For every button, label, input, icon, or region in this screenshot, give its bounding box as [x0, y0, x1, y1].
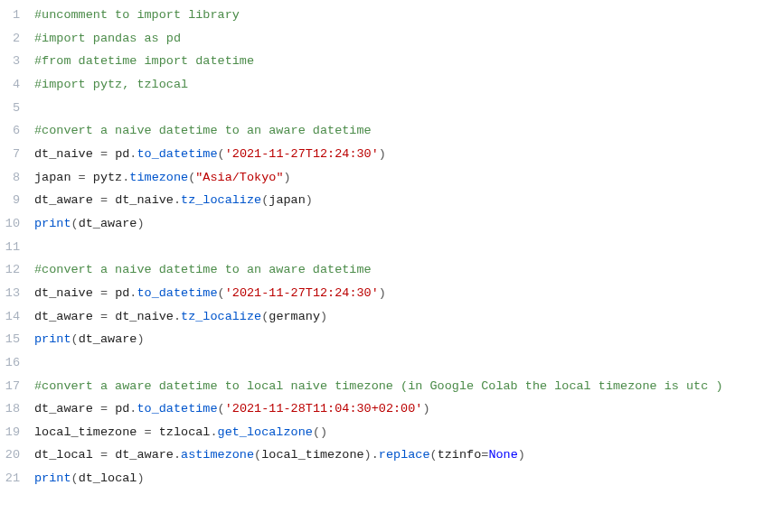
code-content[interactable]: dt_aware = dt_naive.tz_localize(japan) [34, 189, 782, 212]
token: ) [422, 402, 429, 415]
token: dt_naive [108, 193, 174, 207]
token: . [372, 448, 379, 462]
code-content[interactable]: print(dt_aware) [34, 328, 782, 351]
token: ) [379, 286, 386, 300]
token: local_timezone [261, 448, 363, 462]
token: dt_naive [34, 147, 100, 161]
token: = [100, 147, 108, 161]
code-content[interactable]: #import pytz, tzlocal [34, 73, 782, 97]
code-line[interactable]: 15print(dt_aware) [0, 328, 782, 351]
code-content[interactable]: #convert a aware datetime to local naive… [34, 375, 782, 398]
code-content[interactable]: dt_naive = pd.to_datetime('2021-11-27T12… [34, 143, 782, 166]
token: None [488, 448, 517, 462]
code-content[interactable]: dt_aware = dt_naive.tz_localize(germany) [34, 305, 782, 329]
line-number: 6 [0, 119, 34, 143]
code-line[interactable]: 16 [0, 351, 782, 375]
code-line[interactable]: 5 [0, 97, 782, 120]
code-content[interactable]: #import pandas as pd [34, 27, 782, 51]
token: #from datetime import datetime [34, 54, 254, 68]
token: to_datetime [137, 147, 217, 161]
code-line[interactable]: 21print(dt_local) [0, 467, 782, 490]
token: ) [283, 171, 290, 184]
token: astimezone [181, 448, 254, 462]
line-number: 8 [0, 166, 34, 190]
code-content[interactable]: dt_aware = pd.to_datetime('2021-11-28T11… [34, 397, 782, 421]
token: print [34, 217, 71, 230]
code-line[interactable]: 17#convert a aware datetime to local nai… [0, 375, 782, 398]
token: dt_naive [108, 310, 174, 323]
token: get_localzone [218, 425, 313, 439]
line-number: 2 [0, 27, 34, 51]
code-content[interactable]: print(dt_aware) [34, 212, 782, 236]
token: print [34, 471, 71, 485]
code-content[interactable]: #from datetime import datetime [34, 50, 782, 73]
token: ) [364, 448, 372, 462]
token: ) [306, 193, 313, 207]
token: dt_aware [34, 402, 100, 415]
token: dt_aware [34, 193, 100, 207]
token: ( [218, 147, 225, 161]
token: pd [108, 286, 129, 300]
token: ( [71, 217, 79, 230]
code-line[interactable]: 13dt_naive = pd.to_datetime('2021-11-27T… [0, 282, 782, 305]
token: '2021-11-27T12:24:30' [225, 147, 379, 161]
code-line[interactable]: 7dt_naive = pd.to_datetime('2021-11-27T1… [0, 143, 782, 166]
code-content[interactable] [34, 97, 782, 120]
code-content[interactable]: japan = pytz.timezone("Asia/Tokyo") [34, 166, 782, 190]
token: pd [108, 147, 129, 161]
code-content[interactable]: dt_naive = pd.to_datetime('2021-11-27T12… [34, 282, 782, 305]
token: dt_aware [79, 217, 137, 230]
code-content[interactable]: #uncomment to import library [34, 4, 782, 27]
code-line[interactable]: 20dt_local = dt_aware.astimezone(local_t… [0, 443, 782, 467]
line-number: 12 [0, 258, 34, 282]
token: germany [269, 310, 320, 323]
code-line[interactable]: 12#convert a naive datetime to an aware … [0, 258, 782, 282]
token: = [79, 171, 86, 184]
code-line[interactable]: 8japan = pytz.timezone("Asia/Tokyo") [0, 166, 782, 190]
token: = [100, 448, 108, 462]
token: = [100, 310, 108, 323]
code-editor[interactable]: 1#uncomment to import library2#import pa… [0, 4, 782, 490]
code-line[interactable]: 19local_timezone = tzlocal.get_localzone… [0, 421, 782, 444]
code-line[interactable]: 10print(dt_aware) [0, 212, 782, 236]
token: dt_aware [79, 332, 137, 346]
token: tz_localize [181, 310, 261, 323]
token: #convert a naive datetime to an aware da… [34, 124, 372, 137]
line-number: 21 [0, 467, 34, 490]
code-line[interactable]: 14dt_aware = dt_naive.tz_localize(german… [0, 305, 782, 329]
token: tzlocal [152, 425, 211, 439]
line-number: 10 [0, 212, 34, 236]
line-number: 15 [0, 328, 34, 351]
code-content[interactable] [34, 351, 782, 375]
token: = [100, 402, 108, 415]
code-content[interactable] [34, 236, 782, 259]
token: ( [71, 332, 79, 346]
code-line[interactable]: 11 [0, 236, 782, 259]
code-content[interactable]: local_timezone = tzlocal.get_localzone() [34, 421, 782, 444]
token: . [210, 425, 217, 439]
line-number: 3 [0, 50, 34, 73]
code-content[interactable]: print(dt_local) [34, 467, 782, 490]
token: . [174, 193, 181, 207]
code-content[interactable]: #convert a naive datetime to an aware da… [34, 258, 782, 282]
token: = [145, 425, 152, 439]
code-content[interactable]: dt_local = dt_aware.astimezone(local_tim… [34, 443, 782, 467]
token: #convert a naive datetime to an aware da… [34, 263, 372, 276]
token: japan [269, 193, 306, 207]
token: print [34, 332, 71, 346]
code-line[interactable]: 1#uncomment to import library [0, 4, 782, 27]
code-line[interactable]: 18dt_aware = pd.to_datetime('2021-11-28T… [0, 397, 782, 421]
token: ( [71, 471, 79, 485]
code-line[interactable]: 2#import pandas as pd [0, 27, 782, 51]
code-line[interactable]: 6#convert a naive datetime to an aware d… [0, 119, 782, 143]
code-line[interactable]: 4#import pytz, tzlocal [0, 73, 782, 97]
token: to_datetime [137, 286, 217, 300]
line-number: 1 [0, 4, 34, 27]
token: ( [254, 448, 261, 462]
code-line[interactable]: 9dt_aware = dt_naive.tz_localize(japan) [0, 189, 782, 212]
line-number: 4 [0, 73, 34, 97]
token: '2021-11-27T12:24:30' [225, 286, 379, 300]
code-content[interactable]: #convert a naive datetime to an aware da… [34, 119, 782, 143]
token: ) [137, 471, 144, 485]
code-line[interactable]: 3#from datetime import datetime [0, 50, 782, 73]
